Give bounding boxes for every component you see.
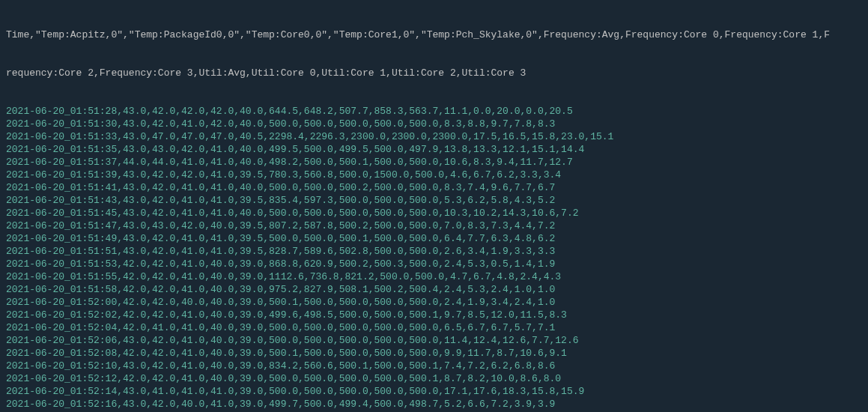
csv-header-line-1: Time,"Temp:Acpitz,0","Temp:PackageId0,0"… bbox=[6, 28, 862, 41]
csv-data-row: 2021-06-20_01:52:10,43.0,42.0,41.0,40.0,… bbox=[6, 360, 862, 372]
csv-data-row: 2021-06-20_01:51:55,42.0,42.0,41.0,40.0,… bbox=[6, 270, 862, 283]
csv-data-row: 2021-06-20_01:51:35,43.0,43.0,42.0,41.0,… bbox=[6, 143, 862, 156]
csv-data-row: 2021-06-20_01:52:14,43.0,41.0,41.0,41.0,… bbox=[6, 385, 862, 398]
csv-data-row: 2021-06-20_01:51:49,43.0,42.0,41.0,41.0,… bbox=[6, 232, 862, 245]
csv-data-row: 2021-06-20_01:51:45,43.0,42.0,41.0,41.0,… bbox=[6, 207, 862, 219]
csv-data-row: 2021-06-20_01:51:53,42.0,42.0,41.0,40.0,… bbox=[6, 258, 862, 270]
csv-data-row: 2021-06-20_01:51:47,43.0,43.0,42.0,40.0,… bbox=[6, 219, 862, 232]
csv-data-row: 2021-06-20_01:52:08,42.0,42.0,41.0,40.0,… bbox=[6, 347, 862, 360]
csv-data-row: 2021-06-20_01:51:30,43.0,42.0,41.0,42.0,… bbox=[6, 118, 862, 130]
csv-data-row: 2021-06-20_01:52:16,43.0,42.0,40.0,41.0,… bbox=[6, 398, 862, 411]
terminal-output: Time,"Temp:Acpitz,0","Temp:PackageId0,0"… bbox=[6, 3, 862, 412]
csv-data-row: 2021-06-20_01:52:00,42.0,42.0,40.0,40.0,… bbox=[6, 296, 862, 309]
csv-data-row: 2021-06-20_01:51:37,44.0,44.0,41.0,41.0,… bbox=[6, 156, 862, 169]
csv-data-row: 2021-06-20_01:51:33,43.0,47.0,47.0,47.0,… bbox=[6, 130, 862, 143]
csv-data-row: 2021-06-20_01:51:39,43.0,42.0,42.0,41.0,… bbox=[6, 169, 862, 181]
csv-data-row: 2021-06-20_01:51:28,43.0,42.0,42.0,42.0,… bbox=[6, 105, 862, 118]
csv-data-row: 2021-06-20_01:51:41,43.0,42.0,41.0,41.0,… bbox=[6, 181, 862, 194]
csv-data-row: 2021-06-20_01:52:12,42.0,42.0,41.0,40.0,… bbox=[6, 372, 862, 385]
csv-header-line-2: requency:Core 2,Frequency:Core 3,Util:Av… bbox=[6, 67, 862, 79]
csv-data-row: 2021-06-20_01:52:06,43.0,42.0,41.0,40.0,… bbox=[6, 334, 862, 347]
csv-data-row: 2021-06-20_01:51:51,43.0,42.0,41.0,41.0,… bbox=[6, 245, 862, 258]
csv-data-row: 2021-06-20_01:52:02,42.0,42.0,41.0,40.0,… bbox=[6, 309, 862, 321]
csv-data-row: 2021-06-20_01:51:58,42.0,42.0,41.0,40.0,… bbox=[6, 283, 862, 296]
csv-data-row: 2021-06-20_01:51:43,43.0,42.0,41.0,41.0,… bbox=[6, 194, 862, 207]
csv-data-row: 2021-06-20_01:52:04,42.0,41.0,41.0,40.0,… bbox=[6, 321, 862, 334]
